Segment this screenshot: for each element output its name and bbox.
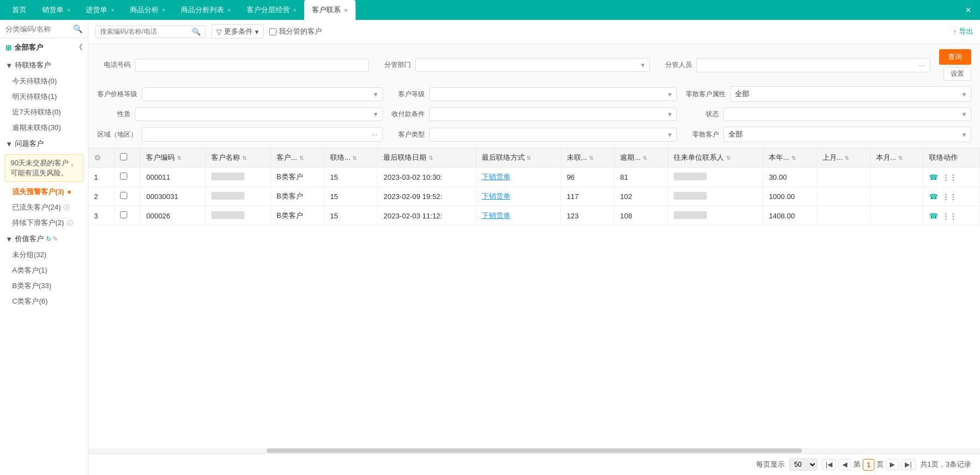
- person-more-icon[interactable]: ···: [919, 61, 925, 70]
- sidebar-group-problem[interactable]: ▼ 问题客户: [0, 135, 88, 152]
- tab-customer-contact[interactable]: 客户联系 ×: [304, 0, 355, 20]
- cell-last-method[interactable]: 下销货单: [476, 187, 561, 206]
- tab-purchase-close[interactable]: ×: [111, 7, 114, 13]
- tab-purchase[interactable]: 进货单 ×: [78, 0, 122, 20]
- sidebar-item-7days[interactable]: 近7天待联络(0): [0, 105, 88, 120]
- this-month-sort-icon[interactable]: ⇅: [898, 155, 903, 161]
- tab-customer-layer[interactable]: 客户分层经营 ×: [239, 0, 304, 20]
- last-date-sort-icon[interactable]: ⇅: [429, 155, 433, 161]
- cell-checkbox[interactable]: [114, 187, 140, 206]
- code-sort-icon[interactable]: ⇅: [177, 155, 181, 161]
- overdue-sort-icon[interactable]: ⇅: [643, 155, 647, 161]
- next-page-btn[interactable]: ▶: [886, 459, 899, 470]
- zero-attr-select[interactable]: 全部 ▾: [730, 86, 971, 102]
- close-all-button[interactable]: ×: [961, 4, 976, 16]
- export-button[interactable]: ↑ 导出: [953, 27, 974, 36]
- sidebar-item-tomorrow[interactable]: 明天待联络(1): [0, 89, 88, 105]
- customer-type-select[interactable]: ▾: [429, 128, 677, 142]
- sidebar-item-class-c[interactable]: C类客户(6): [0, 294, 88, 309]
- region-more-icon[interactable]: ···: [371, 130, 378, 139]
- row-checkbox[interactable]: [120, 173, 127, 180]
- action-contact-icon[interactable]: ☎: [929, 173, 938, 181]
- cell-checkbox[interactable]: [114, 168, 140, 187]
- value-edit-icon[interactable]: ✎: [53, 235, 58, 243]
- level-select[interactable]: ▾: [429, 87, 677, 101]
- last-method-sort-icon[interactable]: ⇅: [527, 155, 531, 161]
- not-contacted-sort-icon[interactable]: ⇅: [589, 155, 593, 161]
- sidebar-all-customers[interactable]: ⊞ 全部客户 《: [0, 38, 88, 57]
- region-select[interactable]: ···: [142, 127, 383, 142]
- chevron-down-icon: ▾: [255, 28, 259, 36]
- sidebar-group-pending[interactable]: ▼ 待联络客户: [0, 57, 88, 74]
- sidebar-item-today[interactable]: 今天待联络(0): [0, 74, 88, 89]
- person-select[interactable]: ···: [696, 58, 930, 72]
- last-method-link[interactable]: 下销货单: [482, 173, 510, 181]
- first-page-btn[interactable]: |◀: [822, 459, 836, 470]
- filter-search-input[interactable]: [100, 28, 192, 35]
- name-sort-icon[interactable]: ⇅: [242, 155, 247, 161]
- contacts-sort-icon[interactable]: ⇅: [726, 155, 731, 161]
- cell-action[interactable]: ☎ ⋮⋮: [924, 187, 980, 206]
- sidebar-item-overdue[interactable]: 逾期未联络(30): [0, 120, 88, 135]
- tab-customer-layer-close[interactable]: ×: [293, 7, 296, 13]
- sidebar-group-value[interactable]: ▼ 价值客户 ↻ ✎: [0, 231, 88, 247]
- row-checkbox[interactable]: [120, 192, 127, 199]
- tab-customer-contact-close[interactable]: ×: [344, 7, 347, 13]
- payment-select[interactable]: ▾: [429, 107, 677, 121]
- action-contact-icon[interactable]: ☎: [929, 212, 938, 220]
- last-method-link[interactable]: 下销货单: [482, 192, 510, 200]
- status-select[interactable]: ▾: [723, 107, 971, 121]
- sidebar-item-class-b[interactable]: B类客户(33): [0, 278, 88, 294]
- my-customers-check[interactable]: 我分管的客户: [269, 27, 322, 36]
- sidebar-item-declining[interactable]: 持续下滑客户(2) ⓘ: [0, 215, 88, 231]
- table-container: ⚙ 客户编码 ⇅ 客户名称 ⇅ 客户... ⇅: [88, 148, 980, 448]
- filter-search-box[interactable]: 🔍: [95, 25, 206, 38]
- this-year-sort-icon[interactable]: ⇅: [791, 155, 796, 161]
- zero-customer-select[interactable]: 全部 ▾: [723, 127, 971, 142]
- more-conditions-btn[interactable]: ▽ 更多条件 ▾: [211, 24, 264, 39]
- tab-analysis-list-close[interactable]: ×: [227, 7, 231, 13]
- contact-sort-icon[interactable]: ⇅: [352, 155, 357, 161]
- phone-input[interactable]: [135, 59, 369, 72]
- price-level-select[interactable]: ▾: [142, 87, 383, 101]
- prev-page-btn[interactable]: ◀: [838, 459, 851, 470]
- cell-checkbox[interactable]: [114, 206, 140, 226]
- per-page-select[interactable]: 50 20 100: [789, 458, 817, 471]
- my-customers-checkbox[interactable]: [269, 28, 277, 35]
- action-more-icon[interactable]: ⋮⋮: [942, 173, 957, 181]
- sidebar-search-input[interactable]: [6, 25, 71, 33]
- nature-select[interactable]: ▾: [135, 107, 383, 121]
- sidebar-item-class-a[interactable]: A类客户(1): [0, 263, 88, 278]
- cell-action[interactable]: ☎ ⋮⋮: [924, 206, 980, 226]
- tab-sales-close[interactable]: ×: [67, 7, 70, 13]
- sidebar-item-churn-warning[interactable]: 流失预警客户(3) ●: [0, 184, 88, 200]
- settings-button[interactable]: 设置: [943, 67, 971, 81]
- value-refresh-icon[interactable]: ↻: [46, 235, 51, 243]
- dept-select[interactable]: ▾: [415, 58, 649, 72]
- sidebar-item-ungrouped[interactable]: 未分组(32): [0, 247, 88, 263]
- action-contact-icon[interactable]: ☎: [929, 192, 938, 201]
- table-settings-icon[interactable]: ⚙: [94, 153, 101, 162]
- cell-action[interactable]: ☎ ⋮⋮: [924, 168, 980, 187]
- row-checkbox[interactable]: [120, 211, 127, 218]
- cell-last-method[interactable]: 下销货单: [476, 206, 561, 226]
- col-settings: ⚙: [88, 148, 114, 168]
- action-more-icon[interactable]: ⋮⋮: [942, 192, 957, 201]
- cell-last-method[interactable]: 下销货单: [476, 168, 561, 187]
- tab-sales[interactable]: 销货单 ×: [34, 0, 78, 20]
- query-button[interactable]: 查询: [939, 49, 971, 65]
- scrollbar-thumb[interactable]: [267, 448, 801, 453]
- zero-customer-chevron-icon: ▾: [962, 131, 966, 139]
- tab-analysis-list[interactable]: 商品分析列表 ×: [173, 0, 238, 20]
- sidebar-item-churned[interactable]: 已流失客户(24) ⓘ: [0, 200, 88, 215]
- tab-analysis[interactable]: 商品分析 ×: [122, 0, 173, 20]
- last-page-btn[interactable]: ▶|: [901, 459, 915, 470]
- type-sort-icon[interactable]: ⇅: [299, 155, 304, 161]
- select-all-checkbox[interactable]: [120, 153, 127, 160]
- tab-home[interactable]: 首页: [4, 0, 34, 20]
- last-method-link[interactable]: 下销货单: [482, 211, 510, 220]
- action-more-icon[interactable]: ⋮⋮: [942, 212, 957, 220]
- horizontal-scrollbar[interactable]: [88, 448, 980, 453]
- tab-analysis-close[interactable]: ×: [162, 7, 165, 13]
- last-month-sort-icon[interactable]: ⇅: [845, 155, 849, 161]
